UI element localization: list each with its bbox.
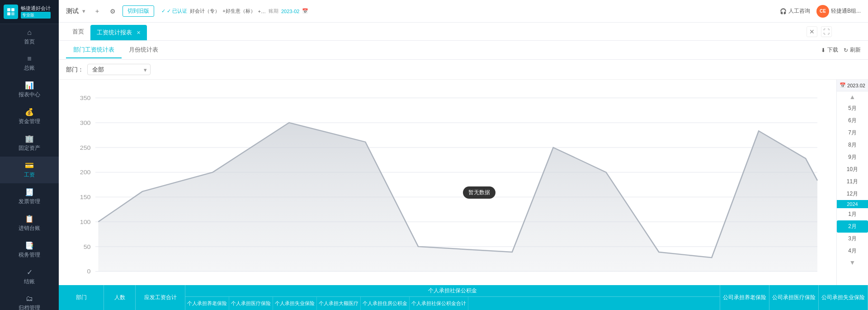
month-8[interactable]: 8月 bbox=[837, 139, 868, 151]
svg-text:150: 150 bbox=[80, 194, 91, 200]
sidebar-item-invoice[interactable]: 🧾 发票管理 bbox=[0, 183, 59, 210]
window-close-btn[interactable]: ✕ bbox=[807, 26, 817, 37]
download-icon: ⬇ bbox=[821, 47, 826, 53]
badge-more: +… bbox=[258, 9, 266, 14]
sidebar-item-tax[interactable]: 📑 税务管理 bbox=[0, 237, 59, 263]
th-dept-label: 部门 bbox=[76, 294, 87, 301]
window-expand-btn[interactable]: ⛶ bbox=[821, 26, 832, 37]
date-panel-header: 📅 2023.02 bbox=[837, 80, 868, 91]
filter-bar: 部门： 全部 bbox=[59, 60, 868, 80]
assets-icon: 🏢 bbox=[25, 134, 34, 143]
topbar-right: 🎧 人工咨询 CE 轻捷通B组... bbox=[780, 5, 861, 18]
th-total-salary-label: 应发工资合计 bbox=[144, 294, 177, 301]
sidebar-label-salary: 工资 bbox=[24, 171, 35, 179]
tab-home[interactable]: 首页 bbox=[66, 24, 90, 40]
home-icon: ⌂ bbox=[27, 29, 32, 37]
th-group-cols: 个人承担养老保险 个人承担医疗保险 个人承担失业保险 个人承担大额医疗 个人承担… bbox=[185, 297, 720, 310]
certified-text: ✓ 已认证 bbox=[167, 8, 187, 14]
certified-icon: ✓ bbox=[161, 8, 165, 14]
date-next-btn[interactable]: ▼ bbox=[849, 259, 856, 266]
topbar-settings-btn[interactable]: ⚙ bbox=[106, 5, 119, 18]
sidebar-item-home[interactable]: ⌂ 首页 bbox=[0, 24, 59, 50]
sidebar-item-ledger[interactable]: ≡ 总账 bbox=[0, 50, 59, 76]
sidebar-label-ledger: 总账 bbox=[24, 64, 35, 72]
month-6[interactable]: 6月 bbox=[837, 114, 868, 127]
download-btn[interactable]: ⬇ 下载 bbox=[821, 46, 838, 54]
svg-rect-0 bbox=[7, 8, 10, 11]
tab-salary-report[interactable]: 工资统计报表 ✕ bbox=[90, 25, 147, 40]
sidebar-label-tax: 税务管理 bbox=[19, 251, 40, 259]
inner-tab-month[interactable]: 月份统计表 bbox=[122, 42, 165, 58]
sidebar-item-funds[interactable]: 💰 资金管理 bbox=[0, 103, 59, 130]
month-9[interactable]: 9月 bbox=[837, 151, 868, 163]
svg-text:250: 250 bbox=[80, 144, 91, 151]
svg-text:0: 0 bbox=[87, 268, 91, 275]
month-4[interactable]: 4月 bbox=[837, 245, 868, 257]
topbar-dropdown-btn[interactable]: ▾ bbox=[82, 8, 85, 14]
inner-tab-dept-label: 部门工资统计表 bbox=[73, 46, 114, 53]
archive-icon: 🗂 bbox=[26, 295, 33, 303]
topbar-title: 测试 bbox=[66, 7, 79, 15]
user-info[interactable]: CE 轻捷通B组... bbox=[816, 5, 861, 18]
table-header-bar: 部门 人数 应发工资合计 个人承担社保公积金 个人承担养老保险 个人承担医疗保险… bbox=[59, 285, 868, 310]
tab-home-label: 首页 bbox=[72, 28, 84, 35]
date-prev-btn[interactable]: ▲ bbox=[849, 93, 856, 100]
th-housing-fund: 个人承担住房公积金 bbox=[361, 297, 410, 310]
th-company-unemployment: 公司承担失业保险 bbox=[819, 285, 868, 310]
sidebar-label-invoice: 发票管理 bbox=[19, 198, 40, 205]
th-company-pension: 公司承担养老保险 bbox=[720, 285, 769, 310]
user-avatar: CE bbox=[816, 5, 829, 18]
inner-tab-actions: ⬇ 下载 ↻ 刷新 bbox=[821, 46, 861, 54]
sidebar-item-salary[interactable]: 💳 工资 bbox=[0, 157, 59, 183]
month-3[interactable]: 3月 bbox=[837, 233, 868, 245]
current-date-label: 2023.02 bbox=[847, 83, 865, 88]
svg-text:350: 350 bbox=[80, 95, 91, 101]
dept-filter-select[interactable]: 全部 bbox=[87, 64, 151, 75]
topbar-btn-group: ＋ ⚙ bbox=[91, 5, 119, 18]
sidebar-item-sales[interactable]: 📋 进销台账 bbox=[0, 210, 59, 237]
tab-close-btn[interactable]: ✕ bbox=[137, 30, 141, 35]
month-2-active[interactable]: 2月 bbox=[837, 220, 868, 233]
month-1[interactable]: 1月 bbox=[837, 208, 868, 220]
badge-kuaiji: 好会计（专） bbox=[190, 8, 220, 14]
topbar-add-btn[interactable]: ＋ bbox=[91, 5, 104, 18]
badge-shengyi: +好生意（标） bbox=[222, 8, 255, 14]
month-5[interactable]: 5月 bbox=[837, 102, 868, 114]
help-btn[interactable]: 🎧 人工咨询 bbox=[780, 7, 810, 15]
sidebar-item-close[interactable]: ✓ 结账 bbox=[0, 263, 59, 290]
sidebar-label-sales: 进销台账 bbox=[19, 224, 40, 232]
calendar-icon[interactable]: 📅 bbox=[302, 8, 308, 14]
sidebar-item-assets[interactable]: 🏢 固定资产 bbox=[0, 130, 59, 157]
refresh-btn[interactable]: ↻ 刷新 bbox=[844, 46, 861, 54]
sidebar-item-archive[interactable]: 🗂 归档管理 bbox=[0, 290, 59, 310]
month-10[interactable]: 10月 bbox=[837, 163, 868, 176]
period-value: 2023-02 bbox=[281, 9, 299, 14]
main-area: 测试 ▾ ＋ ⚙ 切到旧版 ✓ ✓ 已认证 好会计（专） +好生意（标） +… … bbox=[59, 0, 868, 310]
inner-tab-dept[interactable]: 部门工资统计表 bbox=[66, 42, 122, 58]
switch-to-old-btn[interactable]: 切到旧版 bbox=[123, 5, 154, 17]
salary-icon: 💳 bbox=[25, 161, 34, 170]
sidebar-label-assets: 固定资产 bbox=[19, 144, 40, 152]
month-12[interactable]: 12月 bbox=[837, 188, 868, 200]
th-group-label: 个人承担社保公积金 bbox=[185, 285, 720, 297]
chart-area: 350 300 250 200 150 100 50 0 bbox=[59, 80, 868, 285]
app-edition: 专业版 bbox=[21, 12, 51, 19]
month-7[interactable]: 7月 bbox=[837, 127, 868, 139]
th-headcount-label: 人数 bbox=[114, 294, 125, 301]
sidebar-item-reports[interactable]: 📊 报表中心 bbox=[0, 76, 59, 103]
sidebar-label-archive: 归档管理 bbox=[19, 304, 40, 310]
th-dept: 部门 bbox=[59, 285, 104, 310]
year-2024-header: 2024 bbox=[837, 200, 868, 208]
funds-icon: 💰 bbox=[25, 108, 34, 116]
tab-salary-label: 工资统计报表 bbox=[97, 29, 132, 36]
svg-text:200: 200 bbox=[80, 169, 91, 176]
app-name-text: 畅捷通好会计 专业版 bbox=[21, 5, 51, 19]
salary-chart-svg: 350 300 250 200 150 100 50 0 bbox=[66, 87, 829, 285]
month-11[interactable]: 11月 bbox=[837, 176, 868, 188]
th-total-salary: 应发工资合计 bbox=[136, 285, 185, 310]
th-headcount: 人数 bbox=[104, 285, 136, 310]
sidebar-logo: 畅捷通好会计 专业版 bbox=[0, 0, 59, 24]
svg-rect-3 bbox=[11, 12, 14, 15]
ledger-icon: ≡ bbox=[27, 55, 31, 63]
calendar-small-icon: 📅 bbox=[840, 82, 846, 88]
